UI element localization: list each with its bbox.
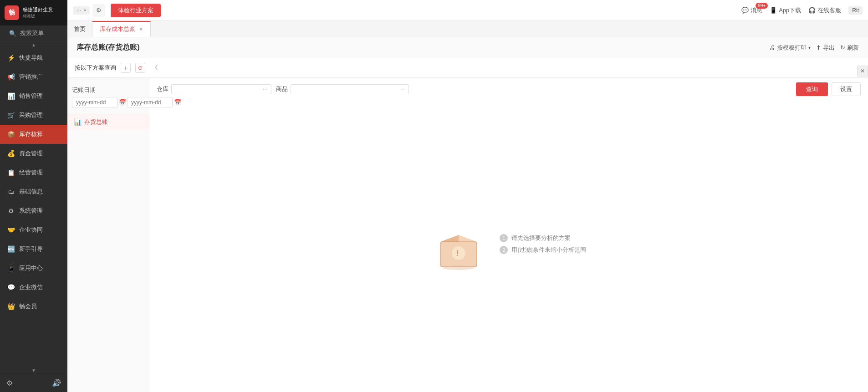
tab-inventory-ledger[interactable]: 库存成本总账 ✕ — [92, 21, 151, 37]
finance-icon: 💰 — [6, 149, 15, 158]
sidebar-item-purchase[interactable]: 🛒 采购管理 — [0, 106, 67, 125]
tab-close-icon[interactable]: ✕ — [139, 26, 143, 32]
sidebar-item-finance[interactable]: 💰 资金管理 — [0, 144, 67, 163]
tab-home[interactable]: 首页 — [67, 21, 92, 37]
marketing-icon: 📢 — [6, 72, 15, 81]
scroll-up-arrow[interactable]: ▲ — [0, 41, 67, 48]
filter-add-btn[interactable]: + — [121, 63, 131, 73]
sidebar-item-basic-info[interactable]: 🗂 基础信息 — [0, 182, 67, 201]
app-download-label: App下载 — [779, 6, 801, 15]
sidebar-item-guide[interactable]: 🆕 新手引导 — [0, 239, 67, 259]
logo-icon: 畅 — [5, 5, 19, 20]
sidebar-item-marketing[interactable]: 📢 营销推广 — [0, 67, 67, 87]
app-logo: 畅 畅捷通好生意 标准版 — [0, 0, 67, 25]
plan-item-inventory-ledger[interactable]: 📊 存货总账 — [67, 114, 149, 130]
phone-icon: 📱 — [770, 7, 777, 14]
sidebar: 畅 畅捷通好生意 标准版 🔍 搜索菜单 ▲ ⚡ 快捷导航 📢 营销推广 📊 销售… — [0, 0, 67, 392]
page-title: 库存总账(存货总账) — [77, 43, 140, 52]
refresh-btn[interactable]: ↻ 刷新 — [840, 44, 859, 52]
empty-state: ! 1 请先选择要分析的方案 2 用[过滤]条件来缩小分析范围 — [149, 96, 868, 392]
gear-icon: ⚙ — [96, 7, 102, 14]
empty-illustration: ! — [431, 217, 486, 271]
purchase-icon: 🛒 — [6, 111, 15, 120]
user-area[interactable]: Rit — [848, 6, 863, 15]
filter-collapse-btn[interactable]: 《 — [150, 63, 160, 73]
filter-row: 仓库 ··· 商品 ··· — [149, 78, 868, 96]
sidebar-item-wecom[interactable]: 💬 企业微信 — [0, 278, 67, 297]
sales-icon: 📊 — [6, 92, 15, 101]
goods-select[interactable]: ··· — [291, 84, 409, 94]
sidebar-item-vip[interactable]: 👑 畅会员 — [0, 297, 67, 316]
sidebar-item-quick-nav[interactable]: ⚡ 快捷导航 — [0, 48, 67, 67]
right-close-icon: ✕ — [860, 68, 865, 74]
filter-label: 按以下方案查询 — [75, 64, 116, 72]
app-download-btn[interactable]: 📱 App下载 — [770, 6, 801, 15]
vip-icon: 👑 — [6, 302, 15, 311]
svg-marker-2 — [459, 235, 477, 242]
page-header: 库存总账(存货总账) 🖨 按模板打印 ▾ ⬆ 导出 ↻ 刷新 — [67, 37, 868, 58]
print-icon: 🖨 — [769, 44, 775, 51]
refresh-icon: ↻ — [840, 44, 845, 51]
sound-footer-btn[interactable]: 🔊 — [52, 379, 61, 387]
basic-info-icon: 🗂 — [6, 187, 15, 196]
sidebar-item-operations[interactable]: 📋 经营管理 — [0, 163, 67, 182]
topbar: ··· ▾ ⚙ 体验行业方案 💬 消息 99+ 📱 App下载 🎧 在线客服 — [67, 0, 868, 21]
topbar-settings-btn[interactable]: ⚙ — [92, 4, 105, 17]
system-icon: ⚙ — [6, 206, 15, 215]
query-btn[interactable]: 查询 — [796, 82, 828, 96]
enterprise-icon: 🤝 — [6, 225, 15, 234]
wecom-icon: 💬 — [6, 283, 15, 292]
sidebar-item-app-center[interactable]: 📱 应用中心 — [0, 259, 67, 278]
app-center-icon: 📱 — [6, 264, 15, 273]
sidebar-item-enterprise[interactable]: 🤝 企业协同 — [0, 220, 67, 239]
guide-icon: 🆕 — [6, 244, 15, 254]
message-btn[interactable]: 💬 消息 99+ — [741, 6, 762, 15]
warehouse-more-icon[interactable]: ··· — [263, 86, 267, 92]
quick-nav-icon: ⚡ — [6, 53, 15, 62]
sidebar-item-inventory[interactable]: 📦 库存核算 — [0, 125, 67, 144]
warehouse-field: 仓库 ··· — [157, 84, 271, 94]
sidebar-nav: ⚡ 快捷导航 📢 营销推广 📊 销售管理 🛒 采购管理 📦 库存核算 💰 资金管… — [0, 48, 67, 367]
collapse-icon: 《 — [152, 64, 158, 72]
goods-more-icon[interactable]: ··· — [400, 86, 405, 92]
print-btn[interactable]: 🖨 按模板打印 ▾ — [769, 44, 811, 52]
search-menu[interactable]: 🔍 搜索菜单 — [0, 25, 67, 41]
message-badge: 99+ — [756, 3, 768, 9]
plan-icon: 📊 — [74, 118, 82, 126]
scroll-down-arrow[interactable]: ▼ — [0, 367, 67, 374]
right-close-btn[interactable]: ✕ — [857, 66, 868, 76]
svg-marker-1 — [440, 235, 459, 242]
app-name: 畅捷通好生意 — [23, 6, 53, 13]
inventory-icon: 📦 — [6, 130, 15, 139]
filter-bar: 按以下方案查询 + ⊙ 《 — [67, 58, 868, 78]
svg-text:!: ! — [456, 249, 459, 257]
warehouse-select[interactable]: ··· — [171, 84, 271, 94]
breadcrumb[interactable]: ··· ▾ — [73, 6, 90, 15]
tab-home-label: 首页 — [74, 25, 86, 33]
export-icon: ⬆ — [816, 44, 821, 51]
message-icon: 💬 — [741, 7, 749, 14]
online-service-btn[interactable]: 🎧 在线客服 — [808, 6, 841, 15]
date-start-input-wrap[interactable]: 📅 — [72, 97, 117, 107]
step1-num: 1 — [500, 234, 508, 242]
settings-footer-btn[interactable]: ⚙ — [6, 379, 13, 387]
topbar-left: ··· ▾ ⚙ 体验行业方案 — [73, 4, 741, 17]
chevron-down-icon: ▾ — [84, 8, 86, 13]
date-start-input[interactable] — [76, 99, 117, 106]
sidebar-item-sales[interactable]: 📊 销售管理 — [0, 87, 67, 106]
export-btn[interactable]: ⬆ 导出 — [816, 44, 835, 52]
filter-setting-btn[interactable]: ⊙ — [135, 63, 145, 73]
settings-action-btn[interactable]: 设置 — [832, 82, 861, 96]
industry-btn[interactable]: 体验行业方案 — [111, 4, 161, 17]
warehouse-label: 仓库 — [157, 85, 168, 93]
print-chevron-icon: ▾ — [808, 45, 811, 50]
step2-num: 2 — [500, 246, 508, 254]
content-body: 记账日期 📅 — 📅 📊 — [67, 78, 868, 392]
filter-setting-icon: ⊙ — [138, 65, 143, 71]
date-separator: — — [119, 99, 125, 106]
search-icon: 🔍 — [9, 30, 16, 37]
operations-icon: 📋 — [6, 168, 15, 177]
goods-field: 商品 ··· — [276, 84, 409, 94]
sidebar-item-system[interactable]: ⚙ 系统管理 — [0, 201, 67, 220]
main-area: ··· ▾ ⚙ 体验行业方案 💬 消息 99+ 📱 App下载 🎧 在线客服 — [67, 0, 868, 392]
